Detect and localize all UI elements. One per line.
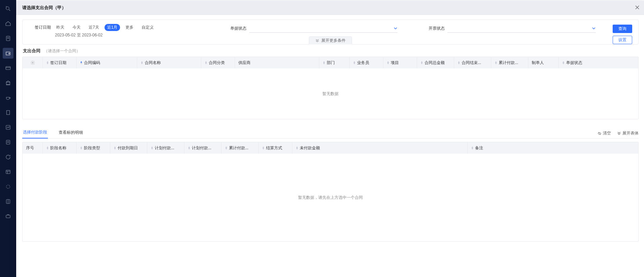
col-salesman[interactable]: 业务员 <box>357 60 369 66</box>
sort-icon[interactable]: ▲▼ <box>495 61 497 64</box>
tab-payment-stage[interactable]: 选择付款阶段 <box>22 127 48 138</box>
sort-icon[interactable]: ▲▼ <box>458 61 460 64</box>
sort-icon[interactable]: ▲▼ <box>46 146 49 150</box>
sort-icon[interactable]: ▲▼ <box>471 146 474 150</box>
col-department[interactable]: 部门 <box>327 60 335 66</box>
expand-more-conditions[interactable]: 展开更多条件 <box>309 36 352 44</box>
col2-remark[interactable]: 备注 <box>475 145 483 151</box>
doc-status-select[interactable] <box>249 24 398 33</box>
tabs: 选择付款阶段 查看标的明细 清空 展开表体 <box>22 127 639 138</box>
nav-tv-icon[interactable] <box>3 211 13 222</box>
col-doc-status[interactable]: 单据状态 <box>566 60 582 66</box>
svg-point-0 <box>6 7 9 10</box>
contract-table: ▲▼签订日期 ▲▼合同编码 ▲▼合同名称 ▲▼合同分类 供应商 ▲▼部门 ▲▼业… <box>22 57 639 119</box>
sort-icon[interactable]: ▲▼ <box>205 61 207 64</box>
col-contract-class[interactable]: 合同分类 <box>209 60 225 66</box>
chip-custom[interactable]: 自定义 <box>139 24 156 31</box>
nav-book-icon[interactable] <box>3 196 13 207</box>
nav-coffee-icon[interactable] <box>3 92 13 103</box>
stage-table-empty: 暂无数据，请先在上方选中一个合同 <box>23 154 638 241</box>
expand-more-label: 展开更多条件 <box>321 38 346 43</box>
nav-wallet-icon[interactable] <box>3 48 13 59</box>
col2-stage-name[interactable]: 阶段名称 <box>50 145 66 151</box>
clear-label: 清空 <box>603 130 611 136</box>
chip-last7[interactable]: 近7天 <box>86 24 102 31</box>
expand-body-button[interactable]: 展开表体 <box>617 130 639 136</box>
col2-plan-pay-a[interactable]: 计划付款... <box>155 145 174 151</box>
col2-seq[interactable]: 序号 <box>26 145 34 151</box>
sort-icon[interactable]: ▲▼ <box>387 61 389 64</box>
nav-bank-icon[interactable] <box>3 78 13 88</box>
col-contract-name[interactable]: 合同名称 <box>145 60 161 66</box>
nav-search-icon[interactable] <box>3 3 13 14</box>
invoice-status-label: 开票状态 <box>425 26 445 31</box>
nav-home-icon[interactable] <box>3 18 13 29</box>
chevron-down-icon <box>393 26 398 30</box>
col-creator[interactable]: 制单人 <box>532 60 544 66</box>
stage-table: 序号 ▲▼阶段名称 ▲▼阶段类型 ▲▼付款到期日 ▲▼计划付款... ▲▼计划付… <box>22 142 639 242</box>
chip-more[interactable]: 更多 <box>123 24 136 31</box>
settings-button[interactable]: 设置 <box>613 36 632 44</box>
svg-line-1 <box>9 9 10 11</box>
sort-icon[interactable]: ▲▼ <box>80 146 83 150</box>
section-hint: （请选择一个合同） <box>44 48 80 54</box>
col2-due-date[interactable]: 付款到期日 <box>118 145 138 151</box>
section-title: 支出合同 <box>23 48 40 54</box>
section-header: 支出合同 （请选择一个合同） <box>23 48 639 54</box>
sort-icon[interactable]: ▲▼ <box>562 61 565 64</box>
svg-rect-10 <box>6 82 10 85</box>
sort-icon[interactable]: ▲▼ <box>141 61 143 64</box>
col2-total-paid[interactable]: 累计付款... <box>229 145 248 151</box>
clear-button[interactable]: 清空 <box>597 130 611 136</box>
modal-close-icon[interactable] <box>634 4 641 11</box>
invoice-status-select[interactable] <box>447 24 596 33</box>
chip-today[interactable]: 今天 <box>70 24 83 31</box>
col-contract-code[interactable]: 合同编码 <box>84 60 100 66</box>
sort-icon[interactable]: ▲▼ <box>46 61 49 64</box>
tab-subject-detail[interactable]: 查看标的明细 <box>58 127 84 138</box>
svg-rect-16 <box>6 140 10 144</box>
col2-plan-pay-b[interactable]: 计划付款... <box>192 145 211 151</box>
sort-icon[interactable]: ▲▼ <box>323 61 325 64</box>
col-contract-end[interactable]: 合同结束... <box>462 60 481 66</box>
nav-doc-icon[interactable] <box>3 33 13 44</box>
filter-actions: 查询 设置 <box>613 25 632 44</box>
sort-icon[interactable]: ▲▼ <box>296 146 298 150</box>
sort-icon[interactable]: ▲▼ <box>262 146 265 150</box>
col-supplier[interactable]: 供应商 <box>238 60 251 66</box>
nav-refresh-icon[interactable] <box>3 152 13 162</box>
nav-chart-icon[interactable] <box>3 122 13 133</box>
doc-status-label: 单据状态 <box>226 26 246 31</box>
col2-stage-type[interactable]: 阶段类型 <box>84 145 100 151</box>
sort-icon[interactable]: ▲▼ <box>188 146 191 150</box>
svg-point-7 <box>9 53 9 54</box>
col2-settle-method[interactable]: 结算方式 <box>266 145 282 151</box>
nav-building-icon[interactable] <box>3 107 13 118</box>
stage-table-header: 序号 ▲▼阶段名称 ▲▼阶段类型 ▲▼付款到期日 ▲▼计划付款... ▲▼计划付… <box>23 142 638 154</box>
col2-unpaid[interactable]: 未付款金额 <box>300 145 320 151</box>
col-project[interactable]: 项目 <box>391 60 399 66</box>
sort-icon[interactable]: ▲▼ <box>80 61 83 64</box>
col-total-amount[interactable]: 合同总金额 <box>425 60 445 66</box>
query-button[interactable]: 查询 <box>613 25 632 33</box>
contract-table-header: ▲▼签订日期 ▲▼合同编码 ▲▼合同名称 ▲▼合同分类 供应商 ▲▼部门 ▲▼业… <box>23 57 638 68</box>
nav-ring-icon[interactable] <box>3 181 13 192</box>
left-sidebar <box>0 0 16 277</box>
gear-icon[interactable] <box>30 60 35 65</box>
chip-last1m[interactable]: 近1月 <box>105 24 120 31</box>
nav-list-icon[interactable] <box>3 137 13 148</box>
double-chevron-down-icon <box>617 131 621 135</box>
nav-form-icon[interactable] <box>3 166 13 177</box>
sort-icon[interactable]: ▲▼ <box>225 146 228 150</box>
sign-date-label: 签订日期 <box>31 25 51 30</box>
sort-icon[interactable]: ▲▼ <box>151 146 153 150</box>
col-total-paid[interactable]: 累计付款... <box>499 60 518 66</box>
nav-card-icon[interactable] <box>3 63 13 73</box>
svg-rect-8 <box>6 67 10 70</box>
sort-icon[interactable]: ▲▼ <box>114 146 116 150</box>
sort-icon[interactable]: ▲▼ <box>353 61 356 64</box>
col-sign-date[interactable]: 签订日期 <box>50 60 66 66</box>
chip-yesterday[interactable]: 昨天 <box>54 24 67 31</box>
sort-icon[interactable]: ▲▼ <box>420 61 423 64</box>
contract-table-empty: 暂无数据 <box>23 68 638 119</box>
